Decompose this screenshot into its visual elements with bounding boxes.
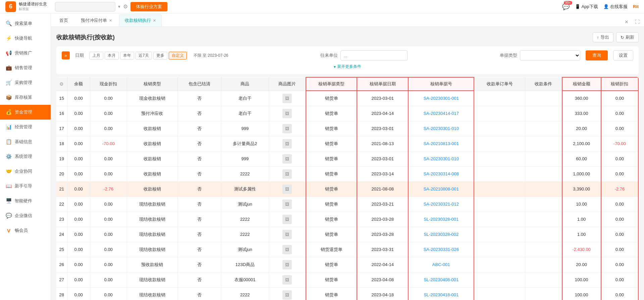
tab-prepayment[interactable]: 预付冲应付单 ✕ — [75, 14, 118, 27]
td-id: 26 — [56, 257, 67, 272]
dropdown-arrow-icon[interactable]: ▾ — [118, 4, 120, 9]
td-receipt-condition — [525, 197, 562, 212]
search-input[interactable] — [55, 2, 115, 11]
product-image: 🖼 — [282, 169, 292, 179]
tab-receipt-cancel-close-icon[interactable]: ✕ — [153, 18, 156, 23]
table-row[interactable]: 24 0.00 0.00 现结收款核销 否 2222 🖼 销货单 2023-03… — [56, 227, 638, 242]
column-settings-icon[interactable]: ⚙ — [59, 81, 64, 87]
table-row[interactable]: 25 0.00 0.00 现结收款核销 否 测试jun 🖼 销货退货单 2023… — [56, 242, 638, 257]
tab-receipt-cancel[interactable]: 收款核销执行 ✕ — [119, 14, 162, 27]
product-image: 🖼 — [282, 245, 292, 254]
sidebar-item-purchase[interactable]: 🛒 采购管理 — [0, 75, 51, 90]
td-product-img: 🖼 — [269, 257, 306, 272]
voucher-type-select[interactable] — [520, 50, 580, 60]
td-cancel-voucher-no[interactable]: SA-20230301-001 — [408, 91, 474, 106]
settings-icon[interactable]: ⚙ — [123, 3, 128, 10]
table-row[interactable]: 26 0.00 0.00 预收款核销 否 123D商品 🖼 销货单 2022-0… — [56, 257, 638, 272]
td-cancel-voucher-no[interactable]: SL-20230408-001 — [408, 272, 474, 287]
expand-more-button[interactable]: ▾ 展开更多条件 — [62, 63, 633, 70]
td-product: 测试多属性 — [221, 181, 269, 197]
td-cancel-voucher-date: 2023-04-08 — [357, 272, 408, 287]
td-cancel-voucher-no[interactable]: SL-20230328-002 — [408, 227, 474, 242]
date-this-month-button[interactable]: 本月 — [105, 52, 119, 59]
solution-button[interactable]: 体验行业方案 — [130, 2, 167, 11]
sidebar-item-quicknav[interactable]: ⚡ 快捷导航 — [0, 31, 51, 46]
export-button[interactable]: ↑ 导出 — [593, 32, 614, 42]
td-receipt-condition — [525, 257, 562, 272]
td-cancel-voucher-no[interactable]: ABC-001 — [408, 257, 474, 272]
td-cancel-voucher-no[interactable]: SA-20230301-010 — [408, 121, 474, 136]
top-bar: 6 畅捷通谱好生意 标准版 ▾ ⚙ 体验行业方案 💬 99+ 📱 App下载 👤… — [0, 0, 644, 13]
table-row[interactable]: 19 0.00 0.00 收款核销 否 999 🖼 销货单 2023-03-01… — [56, 151, 638, 166]
table-row[interactable]: 20 0.00 0.00 收款核销 否 2222 🖼 销货单 2023-03-1… — [56, 166, 638, 181]
td-cancel-voucher-no[interactable]: SA-20210808-001 — [408, 181, 474, 197]
date-this-year-button[interactable]: 本年 — [120, 52, 134, 59]
tab-maximize-button[interactable]: ⛶ — [633, 18, 641, 26]
sidebar-item-management[interactable]: 📊 经营管理 — [0, 120, 51, 134]
user-name[interactable]: Rit — [633, 4, 639, 9]
td-cancel-voucher-type: 销货退货单 — [306, 242, 357, 257]
sidebar-item-inventory[interactable]: 📦 库存核算 — [0, 90, 51, 105]
sidebar-item-vip[interactable]: V 畅会员 — [0, 223, 51, 238]
sidebar-item-wechat[interactable]: 💬 企业微信 — [0, 208, 51, 223]
td-cancel-voucher-date: 2022-04-14 — [357, 257, 408, 272]
td-balance: 0.00 — [67, 257, 90, 272]
td-id: 18 — [56, 136, 67, 151]
table-row[interactable]: 18 0.00 -70.00 收款核销 否 多计量商品2 🖼 销货单 2021-… — [56, 136, 638, 151]
tab-prepayment-close-icon[interactable]: ✕ — [109, 18, 112, 23]
td-cancel-voucher-type: 销货单 — [306, 257, 357, 272]
table-row[interactable]: 17 0.00 0.00 收款核销 否 999 🖼 销货单 2023-03-01… — [56, 121, 638, 136]
td-balance: 0.00 — [67, 136, 90, 151]
sidebar-item-cooperation[interactable]: 🤝 企业协同 — [0, 164, 51, 179]
tab-home[interactable]: 首页 — [54, 14, 74, 27]
table-row[interactable]: 28 0.00 0.00 现结收款核销 否 2222 🖼 销货单 2023-04… — [56, 287, 638, 300]
td-include-settled: 否 — [177, 91, 221, 106]
table-row[interactable]: 23 0.00 0.00 现结收款核销 否 2222 🖼 销货单 2023-03… — [56, 212, 638, 227]
sidebar-item-search[interactable]: 🔍 搜索菜单 — [0, 16, 51, 31]
table-row[interactable]: 27 0.00 0.00 现结收款核销 否 衣服00001 🖼 销货单 2023… — [56, 272, 638, 287]
td-product-img: 🖼 — [269, 121, 306, 136]
sidebar-item-basic-info[interactable]: 📋 基础信息 — [0, 134, 51, 149]
table-row[interactable]: 21 0.00 -2.76 收款核销 否 测试多属性 🖼 销货单 2021-08… — [56, 181, 638, 197]
td-receipt-order-no — [474, 212, 525, 227]
date-last-month-button[interactable]: 上月 — [89, 52, 103, 59]
td-cancel-amount: 100.00 — [562, 272, 601, 287]
td-cancel-voucher-no[interactable]: SA-20230301-010 — [408, 151, 474, 166]
sidebar-item-guide[interactable]: 📖 新手引导 — [0, 179, 51, 194]
sidebar-item-system[interactable]: ⚙️ 系统管理 — [0, 149, 51, 164]
th-cancel-voucher-no: 核销单据号 — [408, 77, 474, 91]
refresh-button[interactable]: ↻ 刷新 — [616, 32, 639, 42]
tab-close-button[interactable]: ✕ — [623, 18, 631, 26]
table-row[interactable]: 16 0.00 0.00 预付冲应收 否 老白干 🖼 销货单 2023-04-1… — [56, 106, 638, 121]
message-button[interactable]: 💬 99+ — [562, 3, 570, 10]
sidebar-item-finance[interactable]: 💰 资金管理 — [0, 105, 51, 120]
online-service-button[interactable]: 👤 在线客服 — [603, 4, 628, 10]
td-cancel-voucher-no[interactable]: SL-20230328-001 — [408, 212, 474, 227]
td-cancel-voucher-no[interactable]: SA-20230414-017 — [408, 106, 474, 121]
sidebar-item-sales[interactable]: 💼 销售管理 — [0, 60, 51, 75]
table-row[interactable]: 15 0.00 0.00 现金收款核销 否 老白干 🖼 销货单 2023-03-… — [56, 91, 638, 106]
partner-input[interactable] — [340, 50, 408, 60]
sidebar-item-marketing[interactable]: 📢 营销推广 — [0, 46, 51, 60]
table-row[interactable]: 22 0.00 0.00 现结收款核销 否 测试jun 🖼 销货单 2023-0… — [56, 197, 638, 212]
date-custom-button[interactable]: 自定义 — [169, 52, 187, 59]
td-id: 22 — [56, 197, 67, 212]
filter-expand-button[interactable]: » — [62, 51, 70, 59]
export-label: 导出 — [600, 34, 609, 40]
date-7days-button[interactable]: 近7天 — [136, 52, 152, 59]
td-cancel-voucher-no[interactable]: SA-20230321-012 — [408, 197, 474, 212]
app-download-button[interactable]: 📱 App下载 — [575, 4, 598, 10]
sidebar-item-label: 经营管理 — [15, 124, 32, 130]
th-cash-discount: 现金折扣 — [90, 77, 127, 91]
product-image: 🖼 — [282, 200, 292, 209]
td-cancel-voucher-no[interactable]: SA-20210813-001 — [408, 136, 474, 151]
td-cancel-voucher-no[interactable]: SA-20230314-008 — [408, 166, 474, 181]
query-button[interactable]: 查询 — [586, 50, 608, 60]
td-cancel-voucher-no[interactable]: SA-20230331-026 — [408, 242, 474, 257]
date-more-button[interactable]: 更多 — [153, 52, 167, 59]
column-settings-button[interactable]: 设置 — [613, 50, 633, 60]
sidebar-item-hardware[interactable]: 🖥️ 智能硬件 — [0, 194, 51, 208]
td-cancel-voucher-no[interactable]: SL-20230418-001 — [408, 287, 474, 300]
td-cash-discount: 0.00 — [90, 272, 127, 287]
td-cash-discount: 0.00 — [90, 166, 127, 181]
